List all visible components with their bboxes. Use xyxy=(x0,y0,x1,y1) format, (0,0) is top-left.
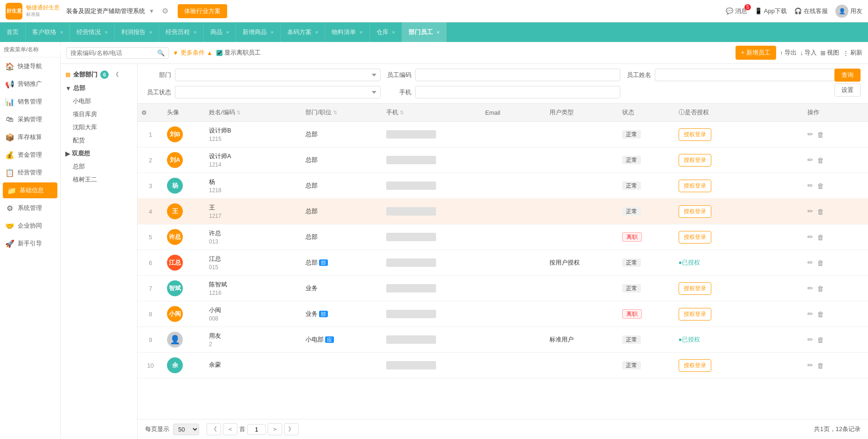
col-phone[interactable]: 手机⇅ xyxy=(382,104,481,122)
sidebar-item-sales[interactable]: 📊销售管理 xyxy=(0,93,60,111)
sidebar-item-basic[interactable]: 📁基础信息 xyxy=(3,182,57,198)
auth-login-button[interactable]: 授权登录 xyxy=(679,128,711,141)
delete-icon[interactable]: 🗑 xyxy=(817,131,824,139)
message-button[interactable]: 💬 消息 5 xyxy=(726,7,747,15)
tab-close[interactable]: × xyxy=(194,29,196,35)
tab-barcode[interactable]: 条码方案× xyxy=(281,22,325,42)
col-dept[interactable]: 部门/职位⇅ xyxy=(302,104,382,122)
sidebar-item-inventory[interactable]: 📦库存核算 xyxy=(0,128,60,146)
online-service-button[interactable]: 🎧 在线客服 xyxy=(794,7,828,15)
delete-icon[interactable]: 🗑 xyxy=(817,310,824,318)
edit-icon[interactable]: ✏ xyxy=(807,361,813,369)
tab-close[interactable]: × xyxy=(271,29,273,35)
sidebar-item-finance[interactable]: 💰资金管理 xyxy=(0,146,60,164)
dept-collapse-icon[interactable]: 《 xyxy=(111,70,120,79)
search-input[interactable] xyxy=(70,49,154,56)
sidebar-item-collab[interactable]: 🤝企业协同 xyxy=(0,217,60,235)
more-filter-button[interactable]: ▼ 更多条件 ▲ xyxy=(173,49,213,57)
export-button[interactable]: ↑ 导出 xyxy=(780,49,797,57)
edit-icon[interactable]: ✏ xyxy=(807,284,813,293)
dept-node-shenyang[interactable]: 沈阳大库 xyxy=(63,121,134,134)
edit-icon[interactable]: ✏ xyxy=(807,335,813,344)
sidebar-item-marketing[interactable]: 📢营销推广 xyxy=(0,75,60,93)
show-inactive-toggle[interactable]: 显示离职员工 xyxy=(216,49,261,57)
first-page-button[interactable]: 《 xyxy=(207,423,221,435)
sidebar-item-guide[interactable]: 🚀新手引导 xyxy=(0,235,60,252)
dept-node-hq[interactable]: 总部 xyxy=(63,160,134,173)
col-name[interactable]: 姓名/编码⇅ xyxy=(205,104,302,122)
auth-login-button[interactable]: 授权登录 xyxy=(679,282,711,295)
delete-icon[interactable]: 🗑 xyxy=(817,182,824,190)
delete-icon[interactable]: 🗑 xyxy=(817,362,824,369)
tab-home[interactable]: 首页 xyxy=(0,22,26,42)
tab-close[interactable]: × xyxy=(360,29,362,35)
sidebar-item-nav[interactable]: 🏠快捷导航 xyxy=(0,57,60,75)
tab-bom[interactable]: 物料清单× xyxy=(325,22,369,42)
tab-close[interactable]: × xyxy=(226,29,229,35)
auth-login-button[interactable]: 授权登录 xyxy=(679,308,711,321)
more-button[interactable]: ⋮ 刷新 xyxy=(843,49,862,57)
delete-icon[interactable]: 🗑 xyxy=(817,208,824,216)
auth-login-button[interactable]: 授权登录 xyxy=(679,154,711,167)
tab-close[interactable]: × xyxy=(392,29,395,35)
tab-close[interactable]: × xyxy=(149,29,152,35)
tab-close[interactable]: × xyxy=(437,29,439,35)
filter-dept-select[interactable] xyxy=(175,69,381,81)
dept-node-shuang[interactable]: ▶ 双鹿想 xyxy=(63,147,134,160)
tab-close[interactable]: × xyxy=(104,29,107,35)
tab-profit[interactable]: 利润报告× xyxy=(115,22,159,42)
edit-icon[interactable]: ✏ xyxy=(807,310,813,318)
trial-button[interactable]: 体验行业方案 xyxy=(178,4,227,18)
per-page-select[interactable]: 50 100 xyxy=(173,424,199,435)
auth-login-button[interactable]: 授权登录 xyxy=(679,231,711,244)
sidebar-item-system[interactable]: ⚙系统管理 xyxy=(0,199,60,217)
tab-close[interactable]: × xyxy=(60,29,63,35)
app-download-button[interactable]: 📱 App下载 xyxy=(755,7,787,15)
tab-employees[interactable]: 部门员工× xyxy=(402,22,446,42)
settings-icon[interactable]: ⚙ xyxy=(162,7,168,15)
auth-login-button[interactable]: 授权登录 xyxy=(679,180,711,192)
filter-name-input[interactable] xyxy=(655,69,861,81)
show-inactive-checkbox[interactable] xyxy=(216,50,222,56)
edit-icon[interactable]: ✏ xyxy=(807,207,813,216)
tab-history[interactable]: 经营历程× xyxy=(159,22,203,42)
dept-node-zhishu[interactable]: 植树王二 xyxy=(63,173,134,186)
prev-page-button[interactable]: ＜ xyxy=(223,423,237,435)
tab-business[interactable]: 经营情况× xyxy=(70,22,114,42)
query-button[interactable]: 查询 xyxy=(834,69,861,82)
dept-node-general[interactable]: ▼ 总部 xyxy=(63,82,134,95)
tab-goods[interactable]: 商品× xyxy=(204,22,236,42)
delete-icon[interactable]: 🗑 xyxy=(817,285,824,293)
edit-icon[interactable]: ✏ xyxy=(807,233,813,241)
user-area[interactable]: 👤 用友 xyxy=(835,5,862,18)
auth-login-button[interactable]: 授权登录 xyxy=(679,359,711,372)
dept-node-small-elec[interactable]: 小电部 xyxy=(63,95,134,108)
delete-icon[interactable]: 🗑 xyxy=(817,156,824,164)
sidebar-item-management[interactable]: 📋经营管理 xyxy=(0,164,60,181)
delete-icon[interactable]: 🗑 xyxy=(817,233,824,241)
next-page-button[interactable]: ＞ xyxy=(268,423,282,435)
view-button[interactable]: ⊞ 视图 xyxy=(820,49,839,57)
tab-close[interactable]: × xyxy=(315,29,318,35)
edit-icon[interactable]: ✏ xyxy=(807,181,813,190)
delete-icon[interactable]: 🗑 xyxy=(817,259,824,267)
auth-login-button[interactable]: 授权登录 xyxy=(679,205,711,218)
system-dropdown-icon[interactable]: ▼ xyxy=(149,8,154,14)
tab-warehouse[interactable]: 仓库× xyxy=(370,22,402,42)
filter-status-select[interactable] xyxy=(175,86,381,98)
edit-icon[interactable]: ✏ xyxy=(807,156,813,164)
edit-icon[interactable]: ✏ xyxy=(807,130,813,139)
add-employee-button[interactable]: + 新增员工 xyxy=(736,46,776,60)
settings-icon[interactable]: ⚙ xyxy=(141,109,147,116)
dept-node-delivery[interactable]: 配货 xyxy=(63,134,134,147)
import-button[interactable]: ↓ 导入 xyxy=(800,49,817,57)
dept-node-project[interactable]: 项目库房 xyxy=(63,108,134,121)
tab-customer[interactable]: 客户联络× xyxy=(26,22,70,42)
filter-code-input[interactable] xyxy=(415,69,621,81)
tab-new-goods[interactable]: 新增商品× xyxy=(236,22,280,42)
edit-icon[interactable]: ✏ xyxy=(807,258,813,267)
sidebar-item-purchase[interactable]: 🛍采购管理 xyxy=(0,111,60,128)
last-page-button[interactable]: 》 xyxy=(284,423,299,435)
reset-button[interactable]: 设置 xyxy=(834,84,861,97)
filter-phone-input[interactable] xyxy=(415,86,621,98)
